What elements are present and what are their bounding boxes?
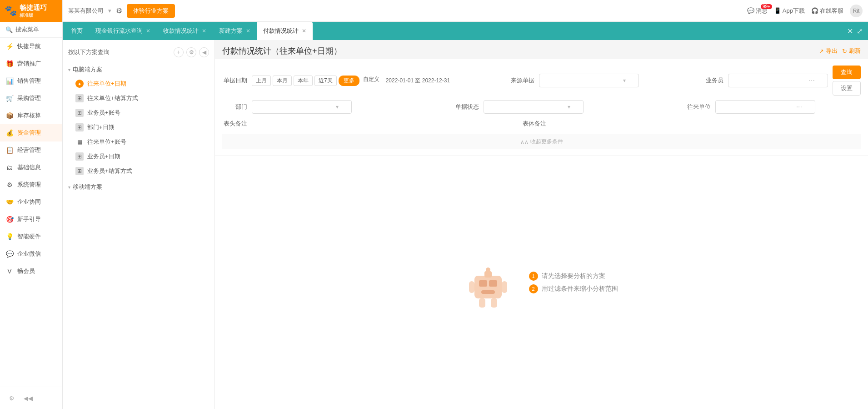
search-menu[interactable]: 🔍 搜索菜单 (0, 22, 62, 38)
doc-status-label: 单据状态 (454, 103, 479, 111)
scheme-grid-icon: ⊞ (75, 152, 84, 161)
refresh-btn[interactable]: ↻ 刷新 (842, 47, 861, 55)
empty-tip-text-2: 用过滤条件来缩小分析范围 (542, 285, 618, 293)
filter-row-2: 部门 ▾ 单据状态 ▾ 往来单位 ··· (222, 100, 861, 114)
tab-label-receipt-stat: 收款情况统计 (163, 27, 199, 35)
user-avatar[interactable]: Rit (850, 5, 863, 17)
date-btn-this-year[interactable]: 本年 (294, 76, 313, 86)
topbar-app-btn[interactable]: 📱 App下载 (774, 7, 805, 15)
query-btn[interactable]: 查询 (833, 66, 861, 79)
sidebar-item-marketing[interactable]: 🎁营销推广 (0, 55, 62, 72)
tabs-actions: ✕ ⤢ (847, 27, 866, 35)
doc-status-arrow: ▾ (568, 104, 570, 110)
service-label: 在线客服 (820, 7, 843, 15)
sidebar-item-member[interactable]: V畅会员 (0, 263, 62, 280)
sidebar-item-sales[interactable]: 📊销售管理 (0, 72, 62, 90)
dept-select[interactable]: ▾ (252, 100, 352, 114)
tab-receipt-stat[interactable]: 收款情况统计✕ (157, 22, 213, 40)
empty-tip-2: 2 用过滤条件来缩小分析范围 (529, 284, 618, 293)
trial-btn[interactable]: 体验行业方案 (127, 4, 175, 18)
sidebar-item-inventory[interactable]: 📦库存核算 (0, 107, 62, 124)
sidebar-item-hardware[interactable]: 💡智能硬件 (0, 228, 62, 245)
sidebar-item-purchase[interactable]: 🛒采购管理 (0, 90, 62, 107)
scheme-group-电脑端方案: ▾电脑端方案●往来单位+日期⊞往来单位+结算方式⊞业务员+账号⊞部门+日期▦往来… (63, 63, 215, 178)
scheme-item-业务员+账号[interactable]: ⊞业务员+账号 (63, 106, 215, 120)
date-btn-this-month[interactable]: 本月 (273, 76, 292, 86)
scheme-item-label: 业务员+日期 (87, 152, 120, 161)
doc-status-select[interactable]: ▾ (484, 100, 584, 114)
left-panel-actions: + ⚙ ◀ (174, 47, 209, 57)
scheme-item-业务员+日期[interactable]: ⊞业务员+日期 (63, 149, 215, 164)
tab-new-scheme[interactable]: 新建方案✕ (213, 22, 257, 40)
date-btn-7days[interactable]: 近7天 (314, 76, 337, 86)
tab-close-receipt-stat[interactable]: ✕ (202, 28, 206, 34)
tab-home[interactable]: 首页 (65, 22, 89, 40)
content-area: 按以下方案查询 + ⚙ ◀ ▾电脑端方案●往来单位+日期⊞往来单位+结算方式⊞业… (63, 40, 868, 409)
topbar-right: 💬 消息 99+ 📱 App下载 🎧 在线客服 Rit (747, 5, 863, 17)
scheme-item-部门+日期[interactable]: ⊞部门+日期 (63, 120, 215, 135)
sidebar-item-basic[interactable]: 🗂基础信息 (0, 159, 62, 176)
svg-rect-0 (474, 276, 502, 298)
scheme-grid-icon: ⊞ (75, 123, 84, 131)
topbar-dropdown-icon[interactable]: ▾ (108, 7, 111, 14)
group-arrow: ▾ (68, 185, 70, 190)
scheme-group-title-移动端方案[interactable]: ▾移动端方案 (63, 180, 215, 194)
sidebar-item-guide[interactable]: 🎯新手引导 (0, 211, 62, 228)
date-btn-more[interactable]: 更多 (339, 76, 359, 86)
header-note-label: 表头备注 (222, 120, 247, 128)
date-quick-btns: 上月 本月 本年 近7天 更多 自定义 (252, 76, 379, 86)
scheme-item-label: 业务员+结算方式 (87, 167, 132, 175)
export-btn[interactable]: ↗ 导出 (819, 47, 838, 55)
sidebar-item-finance[interactable]: 💰资金管理 (0, 124, 62, 141)
sidebar-item-cooperation[interactable]: 🤝企业协同 (0, 193, 62, 211)
filter-area: 单据日期 上月 本月 本年 近7天 更多 自定义 2022-01-01 至 20… (215, 59, 868, 156)
counterpart-select[interactable]: ··· (715, 100, 815, 114)
add-scheme-btn[interactable]: + (174, 47, 184, 57)
body-note-label: 表体备注 (521, 120, 546, 128)
salesman-dots[interactable]: ··· (809, 76, 815, 85)
search-menu-label: 搜索菜单 (15, 25, 39, 34)
close-all-btn[interactable]: ✕ (847, 27, 853, 35)
tab-payment-stat[interactable]: 付款情况统计✕ (257, 22, 313, 40)
scheme-collapse-btn[interactable]: ◀ (199, 47, 209, 57)
scheme-item-往来单位+账号[interactable]: ▦往来单位+账号 (63, 135, 215, 149)
sidebar-settings-btn[interactable]: ⚙ (5, 392, 18, 404)
tab-close-payment-stat[interactable]: ✕ (302, 28, 306, 34)
sidebar-item-system[interactable]: ⚙系统管理 (0, 176, 62, 193)
collapse-bar[interactable]: ∧∧ 收起更多条件 (222, 134, 861, 149)
topbar-msg-btn[interactable]: 💬 消息 99+ (747, 7, 768, 15)
sidebar-item-quick-nav[interactable]: ⚡快捷导航 (0, 38, 62, 55)
expand-btn[interactable]: ⤢ (857, 27, 863, 35)
scheme-grid-icon: ⊞ (75, 94, 84, 102)
sidebar-label-system: 系统管理 (17, 181, 41, 189)
group-arrow: ▾ (68, 67, 70, 72)
left-panel: 按以下方案查询 + ⚙ ◀ ▾电脑端方案●往来单位+日期⊞往来单位+结算方式⊞业… (63, 40, 215, 409)
scheme-item-往来单位+结算方式[interactable]: ⊞往来单位+结算方式 (63, 91, 215, 106)
header-note-input[interactable] (252, 118, 343, 129)
filter-row-3: 表头备注 表体备注 (222, 118, 861, 129)
sidebar-item-operation[interactable]: 📋经营管理 (0, 141, 62, 159)
tab-close-new-scheme[interactable]: ✕ (246, 28, 250, 34)
scheme-group-移动端方案: ▾移动端方案 (63, 180, 215, 194)
date-custom-btn[interactable]: 自定义 (363, 76, 379, 86)
filter-settings-btn[interactable]: 设置 (833, 81, 861, 96)
tab-label-payment-stat: 付款情况统计 (263, 27, 299, 35)
date-btn-last-month[interactable]: 上月 (252, 76, 271, 86)
sidebar-label-operation: 经营管理 (17, 146, 41, 154)
tab-bank-flow[interactable]: 现金银行流水查询✕ (89, 22, 157, 40)
sidebar-collapse-btn[interactable]: ◀◀ (22, 392, 35, 404)
topbar-settings-icon[interactable]: ⚙ (116, 6, 122, 15)
tab-close-bank-flow[interactable]: ✕ (146, 28, 150, 34)
scheme-settings-btn[interactable]: ⚙ (186, 47, 196, 57)
scheme-group-title-电脑端方案[interactable]: ▾电脑端方案 (63, 63, 215, 76)
source-select[interactable]: ▾ (539, 74, 639, 87)
counterpart-dots[interactable]: ··· (796, 103, 802, 111)
salesman-select[interactable]: ··· (728, 74, 828, 87)
body-note-input[interactable] (551, 118, 687, 129)
sidebar-icon-cooperation: 🤝 (5, 198, 14, 206)
app-icon: 📱 (774, 7, 781, 14)
scheme-item-往来单位+日期[interactable]: ●往来单位+日期 (63, 76, 215, 91)
sidebar-item-wechat[interactable]: 💬企业微信 (0, 245, 62, 263)
scheme-item-业务员+结算方式[interactable]: ⊞业务员+结算方式 (63, 164, 215, 178)
topbar-service-btn[interactable]: 🎧 在线客服 (811, 7, 843, 15)
